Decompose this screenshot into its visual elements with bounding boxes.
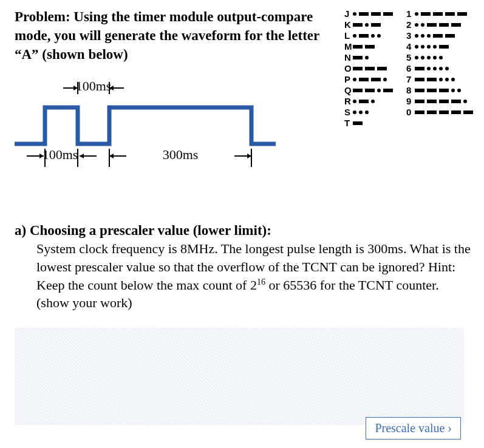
morse-row: T	[344, 118, 393, 129]
morse-dot-icon	[433, 45, 437, 49]
work-area[interactable]	[15, 328, 464, 425]
morse-dot-icon	[421, 56, 424, 59]
morse-letter: 4	[406, 41, 415, 53]
morse-code	[415, 23, 461, 27]
morse-dot-icon	[451, 78, 455, 81]
morse-column-numbers: 1234567890	[406, 8, 473, 129]
morse-dash-icon	[445, 12, 455, 16]
morse-dash-icon	[365, 89, 375, 92]
morse-letter: 3	[406, 30, 415, 42]
morse-code	[415, 110, 473, 114]
morse-letter: P	[344, 74, 353, 86]
morse-code	[353, 23, 381, 27]
morse-dash-icon	[415, 100, 424, 103]
morse-dash-icon	[427, 78, 437, 81]
morse-dot-icon	[371, 100, 375, 103]
morse-dot-icon	[365, 23, 369, 27]
morse-code	[415, 100, 467, 103]
morse-letter: N	[344, 52, 353, 64]
morse-row: M	[344, 41, 393, 52]
morse-dash-icon	[359, 100, 369, 103]
morse-row: Q	[344, 85, 393, 96]
morse-dash-icon	[439, 100, 449, 103]
morse-dash-icon	[421, 12, 431, 16]
morse-dot-icon	[353, 78, 356, 81]
morse-dot-icon	[451, 89, 455, 92]
morse-dash-icon	[371, 23, 381, 27]
morse-letter: M	[344, 41, 353, 53]
morse-dash-icon	[365, 45, 375, 49]
morse-code	[415, 67, 449, 70]
morse-dash-icon	[427, 23, 437, 27]
part-a-body: System clock frequency is 8MHz. The long…	[36, 240, 473, 312]
morse-dash-icon	[439, 89, 449, 92]
morse-letter: 2	[406, 19, 415, 31]
morse-code	[353, 110, 369, 114]
morse-row: R	[344, 96, 393, 107]
morse-dot-icon	[463, 100, 467, 103]
morse-dash-icon	[353, 45, 363, 49]
waveform-label-top: 100ms	[76, 78, 112, 93]
morse-dot-icon	[433, 67, 437, 70]
morse-row: 4	[406, 41, 473, 52]
morse-code	[353, 89, 393, 92]
morse-letter: K	[344, 19, 353, 31]
morse-dash-icon	[383, 89, 393, 92]
morse-dash-icon	[463, 110, 473, 114]
morse-dash-icon	[353, 56, 363, 59]
morse-code	[353, 45, 375, 49]
waveform-diagram: 100ms 100ms 300ms	[15, 77, 276, 174]
morse-letter: 7	[406, 74, 415, 86]
morse-code	[415, 34, 455, 38]
morse-dot-icon	[421, 23, 424, 27]
morse-row: N	[344, 52, 393, 63]
morse-dot-icon	[427, 56, 431, 59]
morse-code	[353, 56, 369, 59]
morse-dot-icon	[421, 34, 424, 38]
morse-column-letters: JKLMNOPQRST	[344, 8, 393, 129]
morse-dash-icon	[365, 67, 375, 70]
morse-row: K	[344, 19, 393, 30]
morse-dash-icon	[371, 78, 381, 81]
morse-code	[415, 45, 449, 49]
morse-dash-icon	[451, 110, 461, 114]
morse-letter: T	[344, 118, 353, 129]
prescale-value-box[interactable]: Prescale value ›	[366, 417, 461, 440]
morse-code	[415, 12, 467, 16]
morse-dot-icon	[365, 110, 369, 114]
svg-marker-9	[80, 154, 84, 158]
morse-dash-icon	[439, 45, 449, 49]
morse-letter: 0	[406, 107, 415, 118]
morse-code	[353, 100, 375, 103]
morse-dash-icon	[353, 23, 363, 27]
morse-dot-icon	[371, 34, 375, 38]
morse-letter: L	[344, 30, 353, 42]
morse-dot-icon	[427, 45, 431, 49]
morse-row: 7	[406, 74, 473, 85]
morse-letter: O	[344, 63, 353, 75]
morse-dot-icon	[427, 67, 431, 70]
morse-code	[353, 34, 381, 38]
morse-dash-icon	[415, 89, 424, 92]
morse-letter: 6	[406, 63, 415, 75]
part-a-heading: a) Choosing a prescaler value (lower lim…	[15, 223, 473, 239]
morse-dash-icon	[415, 78, 424, 81]
morse-code	[353, 121, 363, 125]
morse-dot-icon	[365, 56, 369, 59]
morse-dash-icon	[451, 100, 461, 103]
morse-dot-icon	[415, 56, 418, 59]
morse-dash-icon	[433, 34, 443, 38]
morse-dash-icon	[359, 78, 369, 81]
morse-dot-icon	[445, 78, 449, 81]
morse-dash-icon	[353, 67, 363, 70]
morse-letter: 8	[406, 85, 415, 97]
morse-code	[353, 67, 387, 70]
morse-dash-icon	[445, 34, 455, 38]
morse-dot-icon	[415, 45, 418, 49]
morse-code	[415, 78, 455, 81]
morse-row: S	[344, 107, 393, 118]
svg-marker-13	[109, 154, 114, 158]
morse-chart: JKLMNOPQRST 1234567890	[344, 7, 473, 129]
morse-dash-icon	[457, 12, 467, 16]
waveform-label-bottom-right: 300ms	[163, 147, 199, 162]
